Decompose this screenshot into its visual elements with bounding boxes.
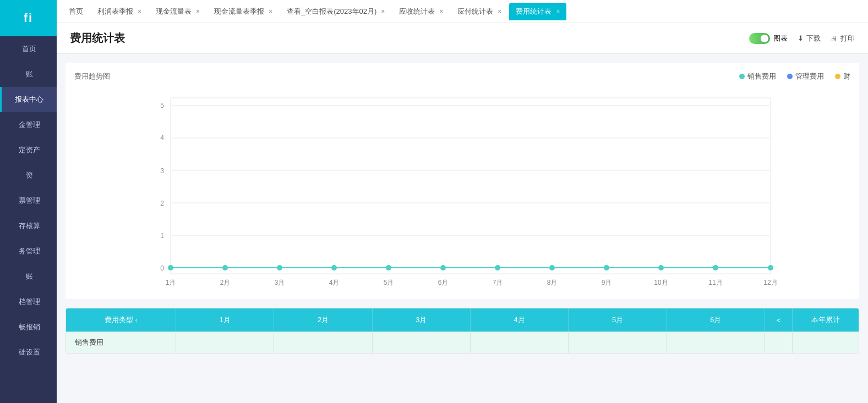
svg-text:1月: 1月 — [166, 279, 176, 286]
content-area: 费用统计表 图表 ⬇ 下载 🖨 打印 费用趋势图 — [57, 23, 868, 403]
svg-point-20 — [549, 265, 555, 270]
sidebar-logo: fi — [0, 0, 57, 36]
th-m3: 3月 — [373, 308, 471, 332]
svg-point-15 — [277, 265, 282, 270]
tab-close-cashflow-season[interactable]: × — [269, 8, 272, 15]
th-m4: 4月 — [471, 308, 569, 332]
svg-text:3: 3 — [160, 167, 164, 175]
main-area: 首页 利润表季报 × 现金流量表 × 现金流量表季报 × 查看_空白报表(202… — [57, 0, 868, 403]
print-icon: 🖨 — [831, 34, 838, 42]
svg-text:10月: 10月 — [654, 279, 668, 286]
sidebar-item-base-settings[interactable]: 础设置 — [0, 340, 57, 365]
svg-point-24 — [768, 265, 773, 270]
chart-title: 费用趋势图 — [74, 71, 110, 81]
th-m5: 5月 — [569, 308, 667, 332]
tab-close-expense-stats[interactable]: × — [556, 8, 560, 15]
th-m1: 1月 — [176, 308, 274, 332]
legend-dot-admin — [787, 74, 793, 79]
toggle-chart-wrap: 图表 — [749, 33, 788, 44]
tab-cashflow[interactable]: 现金流量表 × — [149, 3, 206, 20]
sidebar-item-service-mgmt[interactable]: 务管理 — [0, 239, 57, 264]
svg-text:2: 2 — [160, 200, 164, 207]
legend-admin: 管理费用 — [787, 71, 824, 81]
trend-chart-svg: 5 4 3 2 1 0 — [74, 87, 850, 290]
tab-close-payable[interactable]: × — [498, 8, 501, 15]
sidebar-item-expense-write-off[interactable]: 畅报销 — [0, 314, 57, 340]
svg-point-22 — [658, 265, 664, 270]
td-nav — [765, 332, 793, 353]
tab-receivable[interactable]: 应收统计表 × — [392, 3, 450, 20]
svg-text:11月: 11月 — [708, 279, 722, 286]
sidebar-item-account[interactable]: 账 — [0, 62, 57, 87]
chart-section: 费用趋势图 销售费用 管理费用 财 — [65, 63, 859, 299]
svg-text:0: 0 — [160, 264, 164, 272]
sidebar-item-report-center[interactable]: 报表中心 — [0, 87, 57, 112]
chart-legend: 销售费用 管理费用 财 — [739, 71, 850, 81]
chart-header: 费用趋势图 销售费用 管理费用 财 — [74, 71, 850, 81]
svg-text:5: 5 — [160, 102, 164, 109]
svg-point-16 — [331, 265, 337, 270]
svg-point-23 — [713, 265, 718, 270]
td-m5 — [569, 332, 667, 353]
td-m2 — [274, 332, 372, 353]
td-type: 销售费用 — [66, 332, 176, 353]
td-m6 — [667, 332, 765, 353]
sidebar: fi 首页 账 报表中心 金管理 定资产 资 票管理 存核算 务管理 账 档管理… — [0, 0, 57, 403]
svg-point-17 — [386, 265, 391, 270]
svg-text:5月: 5月 — [384, 279, 394, 286]
td-m3 — [373, 332, 471, 353]
svg-point-14 — [222, 265, 228, 270]
tab-close-receivable[interactable]: × — [439, 8, 443, 15]
th-type-arrow[interactable]: ‹ — [135, 317, 138, 323]
tab-close-blank-report[interactable]: × — [381, 8, 385, 15]
svg-point-13 — [168, 265, 173, 270]
page-header: 费用统计表 图表 ⬇ 下载 🖨 打印 — [57, 23, 868, 54]
td-m1 — [176, 332, 274, 353]
sidebar-item-archive-mgmt[interactable]: 档管理 — [0, 289, 57, 314]
th-nav-next[interactable]: < — [765, 308, 793, 332]
svg-point-21 — [604, 265, 609, 270]
svg-point-18 — [440, 265, 446, 270]
td-ytd — [793, 332, 859, 353]
tab-blank-report[interactable]: 查看_空白报表(2023年02月) × — [280, 3, 391, 20]
tab-cashflow-season[interactable]: 现金流量表季报 × — [208, 3, 279, 20]
svg-rect-12 — [171, 98, 771, 274]
svg-text:4月: 4月 — [329, 279, 340, 286]
download-button[interactable]: ⬇ 下载 — [798, 34, 821, 43]
tab-profit-season[interactable]: 利润表季报 × — [91, 3, 148, 20]
tab-close-profit-season[interactable]: × — [138, 8, 141, 15]
sidebar-item-inventory[interactable]: 存核算 — [0, 213, 57, 239]
sidebar-item-invoice-mgmt[interactable]: 票管理 — [0, 188, 57, 213]
table-section: 费用类型 ‹ 1月 2月 3月 4月 5月 — [65, 308, 859, 354]
download-icon: ⬇ — [798, 34, 804, 42]
table-header: 费用类型 ‹ 1月 2月 3月 4月 5月 — [66, 308, 859, 332]
th-type: 费用类型 ‹ — [66, 308, 176, 332]
sidebar-item-capital[interactable]: 资 — [0, 163, 57, 188]
tab-home[interactable]: 首页 — [62, 3, 90, 20]
legend-dot-finance — [835, 74, 840, 79]
sidebar-item-fixed-assets[interactable]: 定资产 — [0, 137, 57, 163]
tab-bar: 首页 利润表季报 × 现金流量表 × 现金流量表季报 × 查看_空白报表(202… — [57, 0, 868, 23]
svg-text:9月: 9月 — [602, 279, 612, 286]
tab-expense-stats[interactable]: 费用统计表 × — [509, 3, 566, 20]
svg-text:12月: 12月 — [763, 279, 777, 286]
svg-text:8月: 8月 — [547, 279, 558, 286]
page-title: 费用统计表 — [70, 31, 125, 46]
tab-close-cashflow[interactable]: × — [196, 8, 200, 15]
chart-toggle[interactable] — [749, 33, 770, 44]
svg-text:1: 1 — [160, 232, 164, 240]
svg-point-19 — [495, 265, 500, 270]
sidebar-item-home[interactable]: 首页 — [0, 36, 57, 62]
chart-container: 5 4 3 2 1 0 — [74, 87, 850, 290]
tab-payable[interactable]: 应付统计表 × — [451, 3, 508, 20]
svg-text:2月: 2月 — [220, 279, 231, 286]
svg-text:6月: 6月 — [438, 279, 449, 286]
sidebar-item-fund-mgmt[interactable]: 金管理 — [0, 112, 57, 137]
print-button[interactable]: 🖨 打印 — [831, 34, 855, 43]
th-m2: 2月 — [274, 308, 372, 332]
th-ytd: 本年累计 — [793, 308, 859, 332]
legend-finance: 财 — [835, 71, 850, 81]
legend-sales: 销售费用 — [739, 71, 776, 81]
svg-text:4: 4 — [160, 134, 164, 142]
sidebar-item-ledger[interactable]: 账 — [0, 264, 57, 289]
